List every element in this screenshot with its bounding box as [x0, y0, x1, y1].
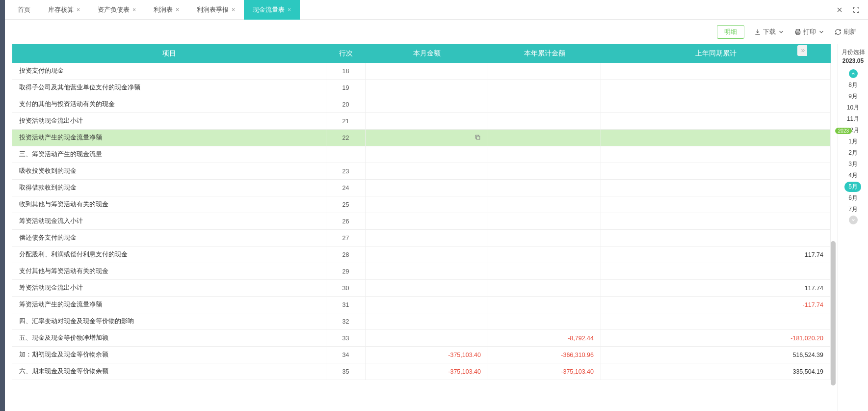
- tab-close-icon[interactable]: ×: [77, 6, 80, 13]
- cell-month[interactable]: -375,103.40: [366, 347, 488, 363]
- cell-prev[interactable]: 117.74: [601, 280, 831, 297]
- cell-month[interactable]: [366, 180, 488, 196]
- cell-prev[interactable]: [601, 263, 831, 280]
- tab-close-icon[interactable]: ×: [232, 6, 235, 13]
- month-item[interactable]: 5月: [844, 182, 861, 192]
- cell-ytd[interactable]: [488, 196, 601, 213]
- month-item[interactable]: 4月: [844, 170, 861, 181]
- cell-month[interactable]: [366, 213, 488, 230]
- vertical-scrollbar[interactable]: [831, 62, 836, 406]
- cell-prev[interactable]: [601, 180, 831, 196]
- cell-ytd[interactable]: [488, 96, 601, 113]
- cell-ytd[interactable]: [488, 213, 601, 230]
- cell-month[interactable]: [366, 63, 488, 80]
- month-item[interactable]: 7月: [844, 204, 861, 215]
- cell-prev[interactable]: [601, 146, 831, 163]
- cell-prev[interactable]: [601, 96, 831, 113]
- cell-ytd[interactable]: [488, 280, 601, 297]
- tab-2[interactable]: 资产负债表×: [89, 0, 145, 20]
- tab-1[interactable]: 库存核算×: [39, 0, 89, 20]
- cell-month[interactable]: -375,103.40: [366, 363, 488, 380]
- cell-month[interactable]: [366, 113, 488, 130]
- table-row[interactable]: 支付其他与筹资活动有关的现金29: [12, 263, 831, 280]
- table-row[interactable]: 吸收投资收到的现金23: [12, 163, 831, 180]
- tab-0[interactable]: 首页: [9, 0, 39, 20]
- month-item[interactable]: 6月: [844, 193, 861, 203]
- month-item[interactable]: 1月: [844, 137, 861, 147]
- table-row[interactable]: 收到其他与筹资活动有关的现金25: [12, 196, 831, 213]
- cell-ytd[interactable]: -375,103.40: [488, 363, 601, 380]
- cell-ytd[interactable]: [488, 130, 601, 146]
- month-item[interactable]: 3月: [844, 159, 861, 169]
- table-row[interactable]: 取得借款收到的现金24: [12, 180, 831, 196]
- table-row[interactable]: 取得子公司及其他营业单位支付的现金净额19: [12, 80, 831, 96]
- cell-prev[interactable]: [601, 113, 831, 130]
- cell-ytd[interactable]: [488, 80, 601, 96]
- cell-prev[interactable]: [601, 313, 831, 330]
- cell-month[interactable]: [366, 313, 488, 330]
- cell-prev[interactable]: [601, 196, 831, 213]
- table-row[interactable]: 筹资活动产生的现金流量净额31-117.74: [12, 297, 831, 313]
- tab-close-icon[interactable]: ×: [176, 6, 179, 13]
- tab-close-icon[interactable]: ×: [132, 6, 136, 13]
- detail-button[interactable]: 明细: [717, 25, 744, 39]
- table-row[interactable]: 投资活动现金流出小计21: [12, 113, 831, 130]
- cell-month[interactable]: [366, 80, 488, 96]
- cell-prev[interactable]: [601, 130, 831, 146]
- cell-month[interactable]: [366, 146, 488, 163]
- cell-ytd[interactable]: [488, 146, 601, 163]
- cell-ytd[interactable]: [488, 180, 601, 196]
- month-item[interactable]: 10月: [844, 103, 862, 113]
- cell-month[interactable]: [366, 263, 488, 280]
- download-button[interactable]: 下载: [754, 27, 785, 36]
- close-all-icon[interactable]: [836, 6, 843, 14]
- cell-ytd[interactable]: -366,310.96: [488, 347, 601, 363]
- cell-month[interactable]: [366, 247, 488, 263]
- table-row[interactable]: 三、筹资活动产生的现金流量: [12, 146, 831, 163]
- tab-5[interactable]: 现金流量表×: [244, 0, 300, 20]
- table-row[interactable]: 筹资活动现金流出小计30117.74: [12, 280, 831, 297]
- cell-month[interactable]: [366, 280, 488, 297]
- cell-month[interactable]: [366, 230, 488, 247]
- table-row[interactable]: 五、现金及现金等价物净增加额33-8,792.44-181,020.20: [12, 330, 831, 347]
- table-row[interactable]: 投资活动产生的现金流量净额22: [12, 130, 831, 146]
- cell-month[interactable]: [366, 130, 488, 146]
- tab-4[interactable]: 利润表季报×: [188, 0, 244, 20]
- cell-prev[interactable]: [601, 80, 831, 96]
- cell-ytd[interactable]: [488, 263, 601, 280]
- cell-prev[interactable]: 516,524.39: [601, 347, 831, 363]
- table-row[interactable]: 加：期初现金及现金等价物余额34-375,103.40-366,310.9651…: [12, 347, 831, 363]
- cell-ytd[interactable]: [488, 247, 601, 263]
- cell-month[interactable]: [366, 96, 488, 113]
- cell-ytd[interactable]: -8,792.44: [488, 330, 601, 347]
- print-button[interactable]: 打印: [794, 27, 825, 36]
- scrollbar-thumb[interactable]: [831, 241, 836, 385]
- table-row[interactable]: 支付的其他与投资活动有关的现金20: [12, 96, 831, 113]
- month-item[interactable]: 2月: [844, 148, 861, 158]
- copy-icon[interactable]: [474, 134, 481, 142]
- cell-month[interactable]: [366, 330, 488, 347]
- cell-prev[interactable]: [601, 213, 831, 230]
- table-row[interactable]: 投资支付的现金18: [12, 63, 831, 80]
- table-row[interactable]: 六、期末现金及现金等价物余额35-375,103.40-375,103.4033…: [12, 363, 831, 380]
- cell-month[interactable]: [366, 196, 488, 213]
- table-row[interactable]: 偿还债务支付的现金27: [12, 230, 831, 247]
- month-prev-icon[interactable]: [849, 69, 858, 78]
- month-item[interactable]: 8月: [844, 80, 861, 90]
- fullscreen-icon[interactable]: [852, 6, 860, 14]
- cell-prev[interactable]: [601, 163, 831, 180]
- cell-ytd[interactable]: [488, 313, 601, 330]
- cell-ytd[interactable]: [488, 63, 601, 80]
- table-row[interactable]: 分配股利、利润或偿付利息支付的现金28117.74: [12, 247, 831, 263]
- cell-ytd[interactable]: [488, 113, 601, 130]
- collapse-side-icon[interactable]: [797, 45, 807, 56]
- month-item[interactable]: 11月: [844, 114, 862, 124]
- cell-prev[interactable]: 335,504.19: [601, 363, 831, 380]
- cell-prev[interactable]: -181,020.20: [601, 330, 831, 347]
- month-item[interactable]: 9月: [844, 91, 861, 102]
- table-row[interactable]: 四、汇率变动对现金及现金等价物的影响32: [12, 313, 831, 330]
- cell-month[interactable]: [366, 163, 488, 180]
- cell-prev[interactable]: 117.74: [601, 247, 831, 263]
- cell-month[interactable]: [366, 297, 488, 313]
- refresh-button[interactable]: 刷新: [835, 27, 856, 36]
